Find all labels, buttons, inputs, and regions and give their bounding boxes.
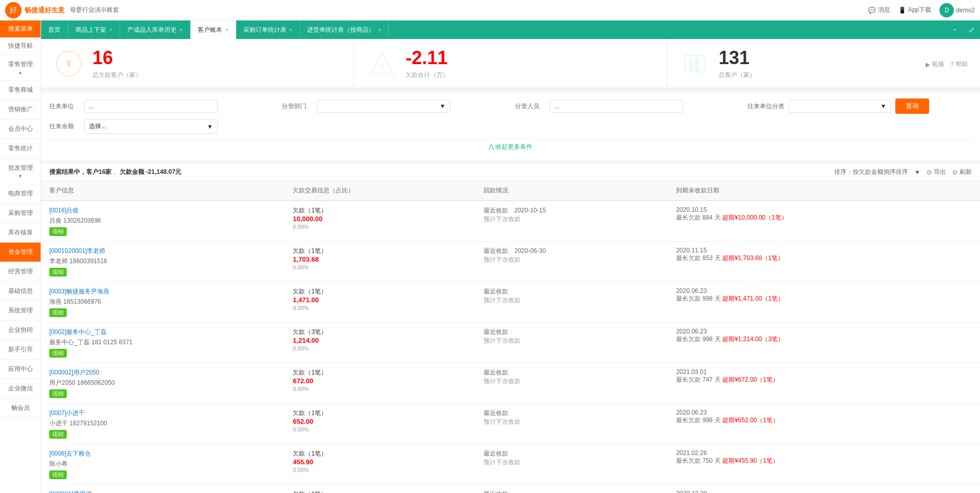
help-icon: ?: [950, 61, 954, 68]
customer-name-link[interactable]: [0006]去下粮仓: [49, 449, 276, 458]
cell-due-date: 2020.06.23 最长欠款 998 天 超期¥1,214.00（3笔）: [668, 323, 980, 363]
table-row: [0016]吕俊 吕俊 13026203696 现销 欠款（1笔） 10,000…: [41, 201, 980, 242]
customer-name-link[interactable]: [000002]用户2050: [49, 368, 276, 377]
customer-name-link[interactable]: [0001020001]李老师: [49, 247, 276, 255]
sidebar-item-member[interactable]: 会员中心: [0, 120, 41, 139]
customer-name-link[interactable]: [0007]小进千: [49, 409, 276, 418]
result-actions: 排序：按欠款金额倒序排序 ▼ ⊙ 导出 ⊙ 刷新: [834, 168, 972, 176]
stat-btns: ▶ 视频 ? 帮助: [926, 58, 968, 69]
balance-select[interactable]: 选择... ▼: [84, 119, 218, 134]
sidebar-item-app-center[interactable]: 应用中心: [0, 360, 41, 379]
stat-info-1: 16 总欠款客户（家）: [92, 47, 142, 80]
suite-name: 母婴行业演示账套: [70, 6, 119, 14]
source-unit-input[interactable]: ...: [84, 100, 218, 113]
recent-payment-label: 最近收款: [484, 328, 660, 337]
dept-select[interactable]: ▼: [317, 100, 450, 113]
video-btn[interactable]: ▶ 视频: [926, 60, 944, 69]
cell-customer-info: [0001020001]李老师 李老师 18600391516 现销: [41, 242, 284, 282]
main-layout: 搜索菜单 快捷导航 零售管理 ▲ 零售商城 营销推广 会员中心 零售统计 批发管…: [0, 21, 980, 493]
phone-icon: 📱: [898, 7, 906, 14]
customer-phone: 陈小希: [49, 460, 276, 468]
app-container: 好 畅捷通好生意 母婴行业演示账套 💬 消息 📱 App下载 D demo2 搜…: [0, 0, 980, 493]
person-input[interactable]: ...: [550, 100, 683, 113]
brand-name: 畅捷通好生意: [25, 6, 65, 15]
overdue-link[interactable]: 超期¥1,471.00（1笔）: [722, 295, 784, 302]
table-row: [000002]用户2050 用户2050 18665062050 现销 欠款（…: [41, 363, 980, 404]
tab-home[interactable]: 首页: [41, 21, 68, 39]
max-debt-days: 最长欠款 998 天 超期¥652.00（1笔）: [676, 416, 972, 425]
close-icon[interactable]: ×: [290, 27, 293, 33]
sidebar-item-label: 库存核算: [8, 228, 33, 237]
stat-info-3: 131 总客户（家）: [719, 47, 756, 80]
sidebar-item-operations[interactable]: 经营管理: [0, 262, 41, 282]
search-menu[interactable]: 搜索菜单: [0, 21, 41, 37]
customer-name-link[interactable]: [000001]黄思源: [49, 490, 276, 493]
search-button[interactable]: 查询: [895, 98, 929, 114]
sidebar-item-corp-wechat[interactable]: 企业微信: [0, 379, 41, 399]
sidebar-item-retail-stats[interactable]: 零售统计: [0, 139, 41, 159]
tab-product-onoff[interactable]: 商品上下架 ×: [68, 21, 120, 39]
overdue-link[interactable]: 超期¥455.90（1笔）: [722, 457, 779, 464]
debt-amount: 10,000.00: [293, 215, 467, 223]
overdue-link[interactable]: 超期¥1,703.68（1笔）: [722, 254, 784, 262]
recent-payment-label: 最近收款 2020-06-30: [484, 247, 660, 255]
sidebar-item-finance[interactable]: 资金管理: [0, 243, 41, 262]
quick-nav[interactable]: 快捷导航: [0, 37, 41, 55]
sidebar-item-marketing[interactable]: 营销推广: [0, 100, 41, 120]
tab-product-history[interactable]: 产成品入库单历史 ×: [120, 21, 190, 39]
unit-class-select[interactable]: ▼: [789, 100, 891, 113]
overdue-link[interactable]: 超期¥1,214.00（3笔）: [722, 336, 784, 343]
message-btn[interactable]: 💬 消息: [868, 6, 890, 14]
customer-tag: 现销: [49, 268, 67, 277]
sidebar-item-system[interactable]: 系统管理: [0, 301, 41, 321]
th-payment-status: 回款情况: [475, 181, 668, 201]
customer-name-link[interactable]: [0002]服务中心_丁磊: [49, 328, 276, 337]
tab-purchase-stats[interactable]: 进货单统计表（按商品） ×: [300, 21, 389, 39]
export-btn[interactable]: ⊙ 导出: [927, 168, 946, 176]
sidebar-item-basic-info[interactable]: 基础信息: [0, 282, 41, 301]
cell-due-date: 2020.06.23 最长欠款 998 天 超期¥1,471.00（1笔）: [668, 282, 980, 323]
sidebar-item-batch-mgmt[interactable]: 批发管理 ▼: [0, 159, 41, 184]
sidebar-item-label: 经营管理: [8, 267, 33, 276]
sidebar-item-enterprise[interactable]: 企业协同: [0, 321, 41, 340]
sidebar-item-retail-mgmt[interactable]: 零售管理 ▲: [0, 55, 41, 81]
cell-payment-status: 最近收款 2020-06-30 预计下次收款: [475, 242, 668, 282]
app-download-btn[interactable]: 📱 App下载: [898, 6, 931, 14]
debt-pct: 0.00%: [293, 345, 467, 351]
close-icon[interactable]: ×: [378, 27, 381, 33]
user-avatar[interactable]: D demo2: [939, 3, 975, 17]
close-icon[interactable]: ×: [180, 27, 183, 33]
sidebar-item-purchase[interactable]: 采购管理: [0, 204, 41, 223]
cell-debt-info: 欠款（1笔） 429.00 0.00%: [284, 485, 475, 494]
balance-placeholder: 选择...: [89, 122, 106, 131]
tab-purchase-summary[interactable]: 采购订单统计表 ×: [236, 21, 300, 39]
tab-maximize-btn[interactable]: ⤢: [964, 21, 980, 39]
sidebar-item-ecommerce[interactable]: 电商管理: [0, 184, 41, 204]
sidebar-item-vip-member[interactable]: 畅会员: [0, 399, 41, 418]
sidebar-item-newbie[interactable]: 新手引导: [0, 340, 41, 360]
help-btn[interactable]: ? 帮助: [950, 60, 968, 69]
cell-due-date: 2020.06.23 最长欠款 998 天 超期¥652.00（1笔）: [668, 404, 980, 444]
table-row: [0007]小进千 小进千 18279152100 现销 欠款（1笔） 652.…: [41, 404, 980, 444]
next-payment-label: 预计下次收款: [484, 255, 660, 264]
refresh-btn[interactable]: ⊙ 刷新: [952, 168, 972, 176]
overdue-link[interactable]: 超期¥10,000.00（1笔）: [722, 214, 787, 221]
close-icon[interactable]: ×: [225, 27, 228, 33]
customer-name-link[interactable]: [0016]吕俊: [49, 206, 276, 215]
chevron-down-icon[interactable]: ▼: [914, 169, 920, 176]
balance-label: 往来余额: [49, 122, 80, 131]
tab-minimize-btn[interactable]: －: [946, 21, 964, 39]
filter-row-1: 往来单位 ... 分管部门 ▼: [49, 98, 972, 114]
collapse-bar[interactable]: ⋀ 收起更多条件: [49, 139, 972, 154]
sidebar-item-retail-store[interactable]: 零售商城: [0, 81, 41, 100]
overdue-link[interactable]: 超期¥672.00（1笔）: [722, 376, 779, 383]
overdue-link[interactable]: 超期¥652.00（1笔）: [722, 417, 779, 424]
chevron-down-icon: ▼: [439, 103, 446, 110]
max-debt-days: 最长欠款 750 天 超期¥455.90（1笔）: [676, 457, 972, 465]
close-icon[interactable]: ×: [109, 27, 112, 33]
max-debt-days: 最长欠款 747 天 超期¥672.00（1笔）: [676, 376, 972, 384]
customer-name-link[interactable]: [0003]畅捷服务尹海燕: [49, 287, 276, 296]
sidebar-item-inventory[interactable]: 库存核算: [0, 223, 41, 243]
tab-customer-account[interactable]: 客户账本 ×: [190, 21, 236, 39]
recent-payment-label: 最近收款: [484, 490, 660, 493]
